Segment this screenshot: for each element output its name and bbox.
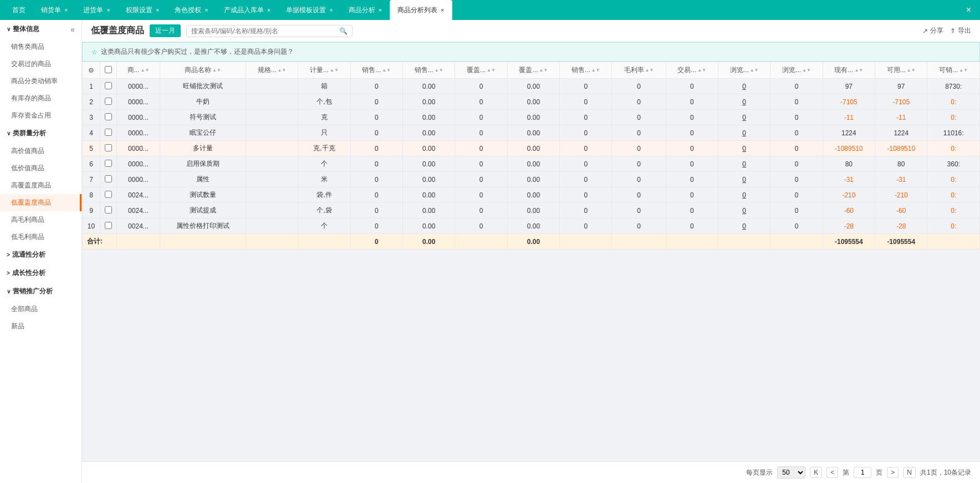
first-page-btn[interactable]: K <box>810 467 822 478</box>
row-checkbox[interactable] <box>105 82 112 89</box>
nav-item-analysis-list[interactable]: 商品分析列表 × <box>390 0 452 20</box>
sidebar-item-new-goods[interactable]: 新品 <box>0 318 81 335</box>
nav-close-all[interactable]: × <box>962 5 976 15</box>
row-view1[interactable]: 0 <box>718 141 770 156</box>
row-checkbox[interactable] <box>105 191 112 198</box>
nav-item-templates[interactable]: 单据模板设置 × <box>278 0 340 20</box>
row-checkbox[interactable] <box>100 125 117 141</box>
sidebar-item-traded-goods[interactable]: 交易过的商品 <box>0 55 81 73</box>
page-input[interactable] <box>854 467 871 478</box>
settings-icon[interactable]: ⚙ <box>88 67 94 74</box>
sidebar-section-marketing[interactable]: ∨ 营销推广分析 <box>0 282 81 301</box>
row-view1[interactable]: 0 <box>718 79 770 94</box>
row-view1[interactable]: 0 <box>718 110 770 125</box>
sort-current-stock[interactable]: 现有...▲▼ <box>834 65 863 75</box>
row-checkbox[interactable] <box>105 144 112 151</box>
time-filter-btn[interactable]: 近一月 <box>150 24 181 37</box>
sort-code[interactable]: 商...▲▼ <box>127 65 150 75</box>
nav-item-purchase[interactable]: 进货单 × <box>75 0 118 20</box>
per-page-select[interactable]: 50 20 100 <box>777 466 805 479</box>
nav-item-roles[interactable]: 角色授权 × <box>167 0 216 20</box>
sort-gross-rate[interactable]: 毛利率▲▼ <box>624 65 654 75</box>
prev-page-btn[interactable]: < <box>826 467 838 478</box>
row-checkbox[interactable] <box>105 129 112 136</box>
row-view1-link[interactable]: 0 <box>742 114 746 121</box>
row-view1[interactable]: 0 <box>718 203 770 218</box>
nav-item-analysis[interactable]: 商品分析 × <box>341 0 390 20</box>
sidebar-section-cluster[interactable]: ∨ 类群量分析 <box>0 124 81 143</box>
sort-view1[interactable]: 浏览...▲▼ <box>730 65 759 75</box>
sort-trade-count[interactable]: 交易...▲▼ <box>677 65 706 75</box>
sort-spec[interactable]: 规格...▲▼ <box>258 65 287 75</box>
row-view1-link[interactable]: 0 <box>742 129 746 137</box>
sidebar-item-high-coverage[interactable]: 高覆盖度商品 <box>0 177 81 194</box>
sort-cover-count[interactable]: 覆盖...▲▼ <box>467 65 496 75</box>
sidebar-item-in-stock[interactable]: 有库存的商品 <box>0 90 81 107</box>
sidebar-section-growth[interactable]: > 成长性分析 <box>0 264 81 282</box>
next-page-btn[interactable]: > <box>887 467 899 478</box>
row-view1-link[interactable]: 0 <box>742 145 746 152</box>
sidebar-item-all-goods[interactable]: 全部商品 <box>0 301 81 318</box>
nav-item-products[interactable]: 产成品入库单 × <box>216 0 278 20</box>
row-view1[interactable]: 0 <box>718 156 770 172</box>
row-view1[interactable]: 0 <box>718 172 770 187</box>
table-wrap[interactable]: ⚙ 商...▲▼ 商品名称▲▼ 规格...▲▼ 计量...▲▼ 销售...▲▼ … <box>82 62 980 461</box>
sidebar-item-low-coverage[interactable]: 低覆盖度商品 <box>0 194 81 211</box>
sort-name[interactable]: 商品名称▲▼ <box>185 65 221 75</box>
sidebar-section-overall[interactable]: ∨ 整体信息 « <box>0 20 81 38</box>
sort-view2[interactable]: 浏览...▲▼ <box>782 65 811 75</box>
row-checkbox[interactable] <box>100 187 117 203</box>
nav-item-home[interactable]: 首页 <box>4 0 33 20</box>
sidebar-item-low-margin[interactable]: 低毛利商品 <box>0 228 81 246</box>
sidebar-item-category-rate[interactable]: 商品分类动销率 <box>0 73 81 90</box>
close-icon-analysis-list[interactable]: × <box>441 7 444 13</box>
row-checkbox[interactable] <box>100 203 117 218</box>
row-checkbox[interactable] <box>105 206 112 213</box>
close-icon-analysis[interactable]: × <box>379 7 382 13</box>
row-view1-link[interactable]: 0 <box>742 222 746 230</box>
nav-item-sales[interactable]: 销货单 × <box>33 0 75 20</box>
nav-item-permissions[interactable]: 权限设置 × <box>118 0 167 20</box>
row-checkbox[interactable] <box>100 156 117 172</box>
row-checkbox[interactable] <box>105 175 112 182</box>
close-icon-purchase[interactable]: × <box>106 7 110 13</box>
row-checkbox[interactable] <box>100 110 117 125</box>
row-checkbox[interactable] <box>100 94 117 110</box>
collapse-btn[interactable]: « <box>70 25 75 34</box>
row-checkbox[interactable] <box>105 98 112 105</box>
row-checkbox[interactable] <box>105 160 112 167</box>
close-icon-roles[interactable]: × <box>205 7 208 13</box>
sidebar-item-sales-goods[interactable]: 销售类商品 <box>0 38 81 55</box>
sidebar-item-low-value[interactable]: 低价值商品 <box>0 160 81 177</box>
row-view1-link[interactable]: 0 <box>742 176 746 184</box>
th-checkbox[interactable] <box>100 62 117 79</box>
last-page-btn[interactable]: N <box>903 467 916 478</box>
close-icon-templates[interactable]: × <box>329 7 333 13</box>
export-btn[interactable]: ⇑ 导出 <box>950 26 971 35</box>
row-view1-link[interactable]: 0 <box>742 191 746 199</box>
close-icon-products[interactable]: × <box>267 7 270 13</box>
row-checkbox[interactable] <box>100 79 117 94</box>
sort-unit[interactable]: 计量...▲▼ <box>310 65 339 75</box>
row-view1[interactable]: 0 <box>718 218 770 234</box>
sidebar-item-high-value[interactable]: 高价值商品 <box>0 143 81 160</box>
sidebar-item-stock-capital[interactable]: 库存资金占用 <box>0 107 81 124</box>
row-checkbox[interactable] <box>105 113 112 120</box>
sort-cover-rate[interactable]: 覆盖...▲▼ <box>519 65 548 75</box>
row-view1-link[interactable]: 0 <box>742 207 746 215</box>
th-settings[interactable]: ⚙ <box>83 62 100 79</box>
row-view1[interactable]: 0 <box>718 94 770 110</box>
row-checkbox[interactable] <box>100 141 117 156</box>
search-input[interactable] <box>191 27 339 35</box>
sort-sale-count[interactable]: 销售...▲▼ <box>571 65 600 75</box>
select-all-checkbox[interactable] <box>105 66 112 73</box>
sidebar-item-high-margin[interactable]: 高毛利商品 <box>0 211 81 228</box>
row-view1[interactable]: 0 <box>718 187 770 203</box>
row-view1[interactable]: 0 <box>718 125 770 141</box>
close-icon-permissions[interactable]: × <box>156 7 159 13</box>
close-icon-sales[interactable]: × <box>64 7 68 13</box>
sort-avail-stock[interactable]: 可用...▲▼ <box>887 65 916 75</box>
row-checkbox[interactable] <box>100 172 117 187</box>
row-view1-link[interactable]: 0 <box>742 98 746 106</box>
share-btn[interactable]: ↗ 分享 <box>922 26 943 35</box>
